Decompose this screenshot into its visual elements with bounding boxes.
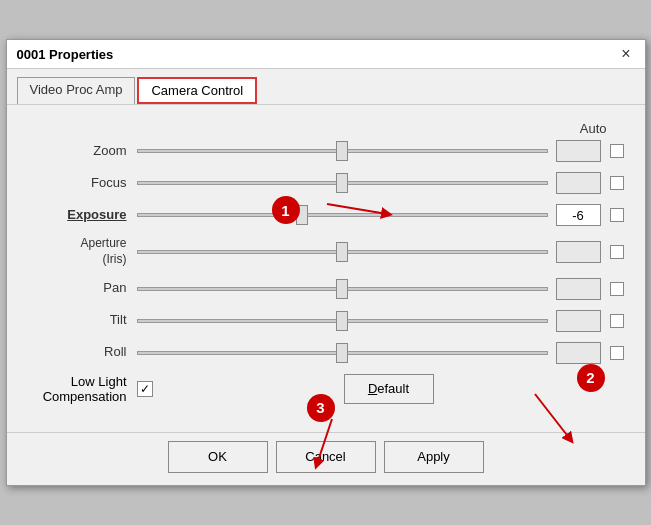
slider-container-roll xyxy=(137,351,548,355)
apply-button[interactable]: Apply xyxy=(384,441,484,473)
content-wrapper: Auto Zoom Focus xyxy=(27,121,625,403)
row-zoom: Zoom xyxy=(27,140,625,162)
auto-check-roll xyxy=(609,345,625,361)
label-tilt: Tilt xyxy=(27,312,137,329)
row-focus: Focus xyxy=(27,172,625,194)
value-zoom xyxy=(556,140,601,162)
ok-button[interactable]: OK xyxy=(168,441,268,473)
slider-tilt[interactable] xyxy=(137,319,548,323)
slider-aperture[interactable] xyxy=(137,250,548,254)
auto-header: Auto xyxy=(27,121,625,136)
main-content: Auto Zoom Focus xyxy=(7,104,645,431)
default-button[interactable]: Default xyxy=(344,374,434,404)
checkbox-tilt[interactable] xyxy=(610,314,624,328)
tab-video-proc-amp[interactable]: Video Proc Amp xyxy=(17,77,136,104)
low-light-checkbox[interactable] xyxy=(137,381,153,397)
title-bar: 0001 Properties × xyxy=(7,40,645,69)
value-tilt xyxy=(556,310,601,332)
slider-container-focus xyxy=(137,181,548,185)
value-pan xyxy=(556,278,601,300)
auto-check-focus xyxy=(609,175,625,191)
checkbox-roll[interactable] xyxy=(610,346,624,360)
slider-pan[interactable] xyxy=(137,287,548,291)
slider-focus[interactable] xyxy=(137,181,548,185)
checkbox-focus[interactable] xyxy=(610,176,624,190)
row-tilt: Tilt xyxy=(27,310,625,332)
label-zoom: Zoom xyxy=(27,143,137,160)
row-roll: Roll xyxy=(27,342,625,364)
slider-exposure[interactable] xyxy=(137,213,548,217)
value-focus xyxy=(556,172,601,194)
checkbox-exposure[interactable] xyxy=(610,208,624,222)
value-aperture xyxy=(556,241,601,263)
footer-buttons: OK Cancel Apply xyxy=(7,432,645,485)
value-exposure: -6 xyxy=(556,204,601,226)
auto-check-pan xyxy=(609,281,625,297)
row-exposure: Exposure -6 1 xyxy=(27,204,625,226)
dialog-title: 0001 Properties xyxy=(17,47,114,62)
low-light-label: Low LightCompensation xyxy=(27,374,137,404)
label-roll: Roll xyxy=(27,344,137,361)
label-focus: Focus xyxy=(27,175,137,192)
value-roll xyxy=(556,342,601,364)
slider-roll[interactable] xyxy=(137,351,548,355)
cancel-button[interactable]: Cancel xyxy=(276,441,376,473)
tabs-container: Video Proc Amp Camera Control xyxy=(7,69,645,104)
label-exposure: Exposure xyxy=(27,207,137,224)
auto-check-exposure xyxy=(609,207,625,223)
auto-check-zoom xyxy=(609,143,625,159)
label-pan: Pan xyxy=(27,280,137,297)
row-aperture: Aperture(Iris) xyxy=(27,236,625,267)
slider-container-pan xyxy=(137,287,548,291)
tab-camera-control[interactable]: Camera Control xyxy=(137,77,257,104)
slider-container-zoom xyxy=(137,149,548,153)
slider-container-aperture xyxy=(137,250,548,254)
slider-zoom[interactable] xyxy=(137,149,548,153)
row-pan: Pan xyxy=(27,278,625,300)
checkbox-aperture[interactable] xyxy=(610,245,624,259)
close-button[interactable]: × xyxy=(617,46,634,62)
checkbox-zoom[interactable] xyxy=(610,144,624,158)
dialog: 0001 Properties × Video Proc Amp Camera … xyxy=(6,39,646,485)
label-aperture: Aperture(Iris) xyxy=(27,236,137,267)
slider-container-exposure xyxy=(137,213,548,217)
auto-check-tilt xyxy=(609,313,625,329)
auto-check-aperture xyxy=(609,244,625,260)
slider-container-tilt xyxy=(137,319,548,323)
checkbox-pan[interactable] xyxy=(610,282,624,296)
